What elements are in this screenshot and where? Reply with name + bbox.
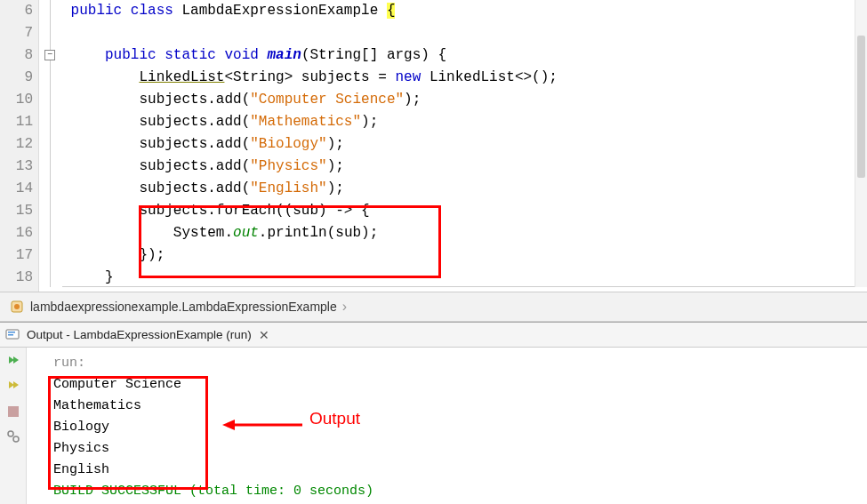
- output-line: Computer Science: [53, 374, 860, 396]
- code-line[interactable]: }: [62, 267, 865, 289]
- output-line: Physics: [53, 438, 860, 460]
- code-line[interactable]: subjects.add("Biology");: [62, 133, 865, 156]
- line-number: 17: [0, 244, 33, 267]
- code-token: <String> subjects =: [224, 69, 395, 85]
- output-line: Biology: [53, 417, 860, 438]
- output-icon: [5, 327, 21, 343]
- line-number: 13: [0, 156, 33, 178]
- code-token: {: [387, 3, 396, 19]
- code-token: }: [105, 269, 114, 285]
- code-token: );: [327, 158, 344, 174]
- code-token: "Mathematics": [250, 114, 361, 130]
- stop-button[interactable]: [4, 403, 22, 420]
- code-editor[interactable]: 6789101112131415161718 − public class La…: [0, 0, 867, 292]
- code-token: subjects.add(: [139, 136, 250, 152]
- output-line: English: [53, 460, 860, 481]
- output-line: run:: [53, 353, 860, 374]
- output-pane: Output - LambdaExpressionExample (run) ✕…: [0, 322, 867, 504]
- code-token: );: [404, 92, 421, 108]
- breadcrumb-label[interactable]: lambdaexpressionexample.LambdaExpression…: [30, 300, 337, 314]
- line-number: 10: [0, 89, 33, 111]
- code-token: subjects.add(: [139, 180, 250, 196]
- code-token: subjects.add(: [139, 92, 250, 108]
- close-icon[interactable]: ✕: [259, 328, 269, 342]
- svg-point-1: [14, 304, 20, 309]
- code-token: (String[] args) {: [301, 47, 446, 63]
- svg-rect-4: [8, 334, 13, 336]
- code-token: });: [139, 247, 165, 263]
- code-token: "Computer Science": [250, 92, 404, 108]
- code-line[interactable]: subjects.add("Physics");: [62, 156, 865, 178]
- scrollbar-thumb[interactable]: [857, 36, 865, 178]
- output-console[interactable]: run:Computer ScienceMathematicsBiologyPh…: [27, 348, 867, 504]
- chevron-right-icon: ›: [342, 299, 347, 315]
- line-number: 18: [0, 267, 33, 289]
- code-token: "Biology": [250, 136, 326, 152]
- code-token: subjects.add(: [139, 114, 250, 130]
- fold-column: −: [39, 0, 62, 292]
- code-token: class: [131, 3, 182, 19]
- code-token: LinkedList<>();: [429, 69, 558, 85]
- code-line[interactable]: });: [62, 244, 865, 267]
- code-token: out: [233, 225, 259, 241]
- line-number: 12: [0, 133, 33, 156]
- code-token: "Physics": [250, 158, 326, 174]
- code-token: "English": [250, 180, 326, 196]
- svg-rect-5: [8, 406, 19, 417]
- settings-button[interactable]: [4, 428, 22, 445]
- rerun-alt-button[interactable]: [4, 378, 22, 396]
- code-line[interactable]: subjects.add("English");: [62, 178, 865, 200]
- code-line[interactable]: System.out.println(sub);: [62, 222, 865, 244]
- line-number: 14: [0, 178, 33, 200]
- code-token: );: [327, 136, 344, 152]
- output-line: Mathematics: [53, 396, 860, 417]
- code-token: );: [327, 180, 344, 196]
- line-number: 7: [0, 22, 33, 44]
- line-number: 11: [0, 111, 33, 133]
- output-tab-title[interactable]: Output - LambdaExpressionExample (run): [27, 328, 252, 341]
- code-token: new: [395, 69, 429, 85]
- code-token: public: [71, 3, 131, 19]
- svg-point-6: [8, 431, 13, 436]
- code-line[interactable]: public static void main(String[] args) {: [62, 44, 865, 67]
- line-number: 16: [0, 222, 33, 244]
- code-token: static: [165, 47, 224, 63]
- code-line[interactable]: public class LambdaExpressionExample {: [62, 0, 865, 22]
- code-token: main: [267, 47, 301, 63]
- code-line[interactable]: subjects.add("Mathematics");: [62, 111, 865, 133]
- breadcrumb-bar: lambdaexpressionexample.LambdaExpression…: [0, 292, 867, 322]
- code-token: );: [361, 114, 378, 130]
- svg-rect-3: [8, 332, 15, 333]
- output-tab-bar: Output - LambdaExpressionExample (run) ✕: [0, 323, 867, 348]
- code-token: public: [105, 47, 165, 63]
- class-icon: [9, 299, 25, 315]
- output-line: BUILD SUCCESSFUL (total time: 0 seconds): [53, 481, 860, 502]
- code-token: LambdaExpressionExample: [181, 3, 386, 19]
- rerun-button[interactable]: [4, 353, 22, 371]
- code-token: void: [224, 47, 267, 63]
- code-token: subjects.add(: [139, 158, 250, 174]
- svg-point-7: [13, 436, 19, 442]
- code-line[interactable]: subjects.add("Computer Science");: [62, 89, 865, 111]
- line-number: 6: [0, 0, 33, 22]
- code-line[interactable]: [62, 22, 865, 44]
- vertical-scrollbar[interactable]: [855, 0, 867, 287]
- code-token: subjects.forEach((sub) -> {: [139, 203, 369, 219]
- line-number-gutter: 6789101112131415161718: [0, 0, 39, 292]
- code-token: System.: [173, 225, 233, 241]
- code-token: LinkedList: [139, 69, 224, 85]
- line-number: 15: [0, 200, 33, 222]
- code-area[interactable]: public class LambdaExpressionExample { p…: [62, 0, 865, 287]
- fold-toggle[interactable]: −: [44, 50, 55, 60]
- line-number: 8: [0, 44, 33, 67]
- code-token: .println(sub);: [259, 225, 378, 241]
- code-line[interactable]: LinkedList<String> subjects = new Linked…: [62, 67, 865, 89]
- output-sidebar: [0, 348, 27, 504]
- code-line[interactable]: subjects.forEach((sub) -> {: [62, 200, 865, 222]
- line-number: 9: [0, 67, 33, 89]
